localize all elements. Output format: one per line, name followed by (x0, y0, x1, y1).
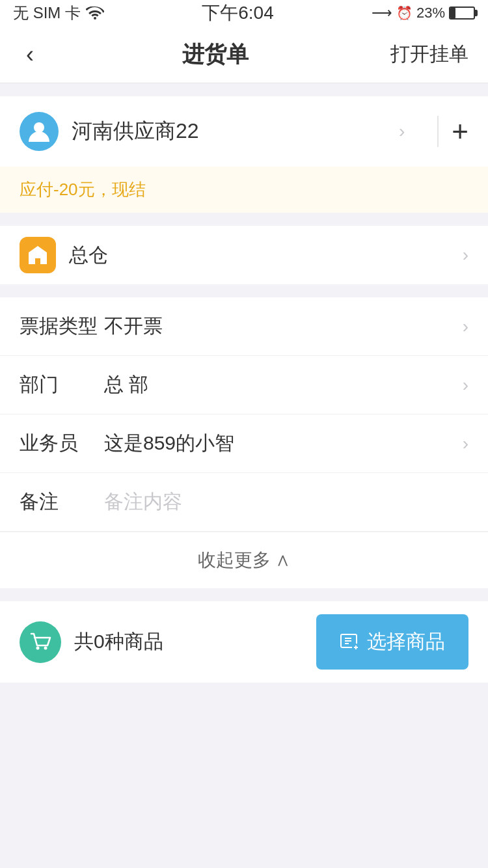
invoice-type-label: 票据类型 (20, 313, 104, 340)
status-indicators: ⟶ ⏰ 23% (372, 5, 475, 21)
salesperson-value: 这是859的小智 (104, 430, 463, 457)
salesperson-label: 业务员 (20, 430, 104, 457)
svg-point-0 (34, 122, 44, 133)
invoice-type-value: 不开票 (104, 313, 463, 340)
section-gap-3 (0, 284, 488, 297)
notice-text: 应付-20元，现结 (20, 180, 146, 199)
product-count: 共0种商品 (74, 629, 316, 655)
location-icon: ⟶ (372, 5, 392, 21)
section-gap-2 (0, 213, 488, 226)
bottom-background (0, 683, 488, 868)
department-value: 总 部 (104, 372, 463, 398)
warehouse-chevron-icon: › (463, 245, 468, 265)
select-product-label: 选择商品 (367, 629, 445, 655)
notice-banner: 应付-20元，现结 (0, 167, 488, 213)
battery-percent: 23% (416, 5, 445, 21)
battery-icon (449, 7, 475, 20)
remark-placeholder: 备注内容 (104, 489, 468, 515)
svg-point-2 (44, 646, 47, 649)
select-product-button[interactable]: 选择商品 (316, 614, 468, 670)
warehouse-icon (27, 244, 49, 266)
alarm-icon: ⏰ (396, 5, 413, 21)
status-bar: 无 SIM 卡 下午6:04 ⟶ ⏰ 23% (0, 0, 488, 26)
section-gap-1 (0, 83, 488, 96)
supplier-divider (437, 116, 439, 147)
cart-icon (28, 630, 53, 655)
person-icon (26, 118, 52, 144)
warehouse-name: 总仓 (69, 242, 463, 269)
select-product-icon (340, 632, 360, 653)
product-row: 共0种商品 选择商品 (0, 601, 488, 683)
status-carrier: 无 SIM 卡 (13, 3, 104, 23)
open-pending-button[interactable]: 打开挂单 (390, 41, 468, 68)
salesperson-chevron: › (463, 433, 468, 454)
form-section: 票据类型 不开票 › 部门 总 部 › 业务员 这是859的小智 › 备注 备注… (0, 297, 488, 588)
department-chevron: › (463, 375, 468, 396)
product-icon-bg (20, 621, 61, 663)
salesperson-row[interactable]: 业务员 这是859的小智 › (0, 414, 488, 473)
supplier-name: 河南供应商22 (72, 117, 399, 146)
warehouse-icon-bg (20, 237, 56, 273)
collapse-row[interactable]: 收起更多 ∧ (0, 532, 488, 588)
warehouse-row[interactable]: 总仓 › (0, 226, 488, 284)
invoice-type-row[interactable]: 票据类型 不开票 › (0, 297, 488, 356)
page-title: 进货单 (182, 40, 249, 70)
supplier-avatar (20, 112, 59, 151)
remark-label: 备注 (20, 489, 104, 515)
svg-point-1 (36, 646, 40, 649)
supplier-section: 河南供应商22 › + 应付-20元，现结 (0, 96, 488, 213)
status-time: 下午6:04 (202, 1, 274, 25)
supplier-chevron-icon: › (399, 121, 405, 142)
carrier-text: 无 SIM 卡 (13, 3, 81, 23)
wifi-icon (86, 7, 104, 20)
invoice-type-chevron: › (463, 316, 468, 337)
nav-bar: ‹ 进货单 打开挂单 (0, 26, 488, 83)
department-row[interactable]: 部门 总 部 › (0, 356, 488, 414)
collapse-label: 收起更多 ∧ (198, 548, 291, 573)
back-button[interactable]: ‹ (20, 34, 40, 75)
supplier-row[interactable]: 河南供应商22 › + (0, 96, 488, 167)
add-button[interactable]: + (452, 117, 468, 146)
remark-row[interactable]: 备注 备注内容 (0, 473, 488, 532)
department-label: 部门 (20, 372, 104, 398)
